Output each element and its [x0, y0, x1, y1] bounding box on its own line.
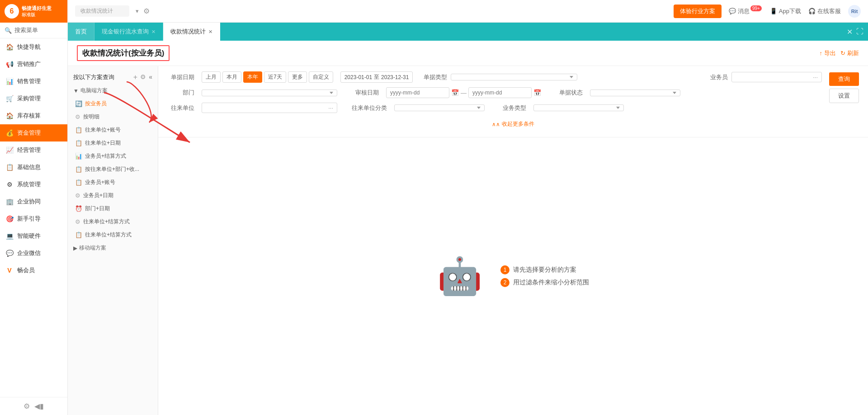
review-date-end[interactable]	[468, 87, 532, 98]
tab-receipts-close[interactable]: ✕	[208, 29, 212, 35]
scheme-item-unit-date[interactable]: 📋 往来单位+日期	[68, 137, 158, 150]
step-1-text: 请先选择要分析的方案	[513, 266, 576, 274]
tab-home[interactable]: 首页	[68, 23, 94, 41]
scheme-panel: 按以下方案查询 + ⚙ «	[68, 66, 158, 415]
salesperson-account-icon: 📋	[75, 179, 82, 186]
close-all-tabs-btn[interactable]: ✕	[847, 28, 853, 36]
tab-bank-close[interactable]: ✕	[151, 29, 156, 35]
collapse-filter-btn[interactable]: ∧∧ 收起更多条件	[167, 117, 859, 132]
scheme-settings-btn[interactable]: ⚙	[140, 73, 146, 81]
quick-nav-icon: 🏠	[5, 43, 14, 51]
review-date-start[interactable]	[386, 87, 449, 98]
scheme-item-label: 往来单位+结算方式	[85, 231, 132, 239]
date-btn-this-year[interactable]: 本年	[243, 71, 262, 83]
service-icon: 🎧	[808, 8, 816, 14]
date-btn-this-month[interactable]: 本月	[222, 71, 241, 83]
export-btn[interactable]: ↑ 导出	[820, 49, 836, 57]
messages-btn[interactable]: 💬 消息 99+	[729, 7, 763, 15]
step-2: 2 用过滤条件来缩小分析范围	[500, 278, 589, 287]
collapse-panel-btn[interactable]: «	[149, 73, 152, 81]
dept-label: 部门	[167, 89, 194, 97]
refresh-btn[interactable]: ↻ 刷新	[840, 49, 859, 57]
scheme-item-label: 业务员+日期	[83, 192, 113, 199]
sidebar-item-label: 智能硬件	[17, 232, 41, 240]
date-btn-custom[interactable]: 自定义	[309, 71, 333, 83]
date-label: 单据日期	[167, 73, 194, 81]
sidebar-item-guide[interactable]: 🎯 新手引导	[0, 210, 67, 227]
sidebar-item-wechat[interactable]: 💬 企业微信	[0, 245, 67, 262]
review-calendar-end[interactable]: 📅	[533, 89, 541, 96]
scheme-item-unit-settle1[interactable]: ⚙ 往来单位+结算方式	[68, 215, 158, 228]
collapse-sidebar-btn[interactable]: ◀▮	[34, 402, 44, 410]
scheme-item-salesperson-date[interactable]: ⚙ 业务员+日期	[68, 189, 158, 202]
scheme-item-dept-date[interactable]: ⏰ 部门+日期	[68, 202, 158, 215]
salesperson-dots[interactable]: ···	[813, 74, 818, 80]
topbar-settings-icon[interactable]: ⚙	[143, 7, 150, 15]
page-content: 收款情况统计(按业务员) ↑ 导出 ↻ 刷新 按以下方案查询 +	[68, 41, 868, 415]
counterparty-label: 往来单位	[167, 104, 194, 112]
export-icon: ↑	[820, 50, 823, 57]
review-date-label: 审核日期	[352, 89, 379, 97]
doc-type-select[interactable]	[451, 74, 577, 80]
sidebar-item-sales[interactable]: 📊 销售管理	[0, 73, 67, 90]
action-buttons: 查询 设置	[829, 71, 859, 103]
date-btn-7days[interactable]: 近7天	[264, 71, 286, 83]
tab-bank[interactable]: 现金银行流水查询 ✕	[94, 23, 163, 41]
sidebar-item-label: 企业微信	[17, 249, 41, 257]
app-download-btn[interactable]: 📱 App下载	[770, 7, 801, 15]
scheme-item-salesperson-settle[interactable]: 📊 业务员+结算方式	[68, 150, 158, 163]
biz-type-select[interactable]	[533, 104, 624, 111]
sidebar-item-enterprise[interactable]: 🏢 企业协同	[0, 193, 67, 210]
date-btn-more[interactable]: 更多	[288, 71, 307, 83]
sidebar-item-capital[interactable]: 💰 资金管理	[0, 124, 67, 141]
sidebar-item-inventory[interactable]: 🏠 库存核算	[0, 107, 67, 124]
user-avatar[interactable]: Rit	[848, 5, 861, 18]
desktop-scheme-group-title[interactable]: ▼ 电脑端方案	[68, 84, 158, 97]
scheme-item-salesperson[interactable]: 🔄 按业务员	[68, 97, 158, 110]
counterparty-category-select[interactable]	[394, 104, 485, 111]
member-icon: V	[5, 266, 14, 274]
maximize-btn[interactable]: ⛶	[856, 28, 863, 36]
trial-button[interactable]: 体验行业方案	[674, 5, 722, 18]
app-logo: 6 畅捷通好生意 标准版	[0, 0, 67, 23]
step-1: 1 请先选择要分析的方案	[500, 265, 589, 274]
tab-receipts[interactable]: 收款情况统计 ✕	[163, 23, 220, 41]
scheme-item-detail[interactable]: ⚙ 按明细	[68, 110, 158, 123]
breadcrumb-dropdown-icon[interactable]: ▾	[136, 8, 139, 14]
scheme-item-label: 业务员+账号	[85, 179, 115, 186]
query-button[interactable]: 查询	[829, 72, 859, 86]
step-1-number: 1	[500, 265, 509, 274]
scheme-item-salesperson-account[interactable]: 📋 业务员+账号	[68, 176, 158, 189]
scheme-item-unit-account[interactable]: 📋 往来单位+账号	[68, 123, 158, 137]
sidebar-search[interactable]: 🔍 搜索菜单	[0, 23, 67, 38]
sidebar-item-marketing[interactable]: 📢 营销推广	[0, 56, 67, 73]
review-calendar-start[interactable]: 📅	[451, 89, 459, 96]
date-range: 2023-01-01 至 2023-12-31	[340, 71, 413, 83]
mobile-scheme-group-title[interactable]: ▶ 移动端方案	[68, 241, 158, 255]
dept-select[interactable]	[202, 90, 337, 96]
scheme-item-unit-settle2[interactable]: 📋 往来单位+结算方式	[68, 228, 158, 241]
biz-type-label: 业务类型	[499, 104, 526, 112]
scheme-item-label: 按明细	[83, 113, 99, 121]
sidebar-item-member[interactable]: V 畅会员	[0, 262, 67, 279]
add-scheme-btn[interactable]: +	[133, 73, 137, 81]
doc-status-select[interactable]	[590, 90, 680, 96]
sidebar-item-hardware[interactable]: 💻 智能硬件	[0, 227, 67, 245]
sidebar-item-purchase[interactable]: 🛒 采购管理	[0, 90, 67, 107]
counterparty-dots[interactable]: ···	[328, 104, 333, 111]
filter-results-panel: 单据日期 上月 本月 本年 近7天 更多 自定义	[158, 66, 868, 415]
date-btn-last-month[interactable]: 上月	[202, 71, 221, 83]
sidebar-item-basic[interactable]: 📋 基础信息	[0, 159, 67, 176]
settings-button[interactable]: 设置	[829, 89, 859, 103]
scheme-item-unit-dept[interactable]: 📋 按往来单位+部门+收...	[68, 163, 158, 176]
sidebar-item-quick-nav[interactable]: 🏠 快捷导航	[0, 38, 67, 56]
export-label: 导出	[824, 49, 836, 57]
sidebar-item-operation[interactable]: 📈 经营管理	[0, 141, 67, 159]
settings-footer-btn[interactable]: ⚙	[24, 402, 30, 410]
sidebar-item-system[interactable]: ⚙ 系统管理	[0, 176, 67, 193]
online-service-btn[interactable]: 🎧 在线客服	[808, 7, 841, 15]
filter-row-date: 单据日期 上月 本月 本年 近7天 更多 自定义	[167, 71, 822, 83]
salesperson-label: 业务员	[701, 73, 728, 81]
page-title: 收款情况统计(按业务员)	[77, 45, 170, 61]
topbar-left: 收款情况统计 ▾ ⚙	[75, 5, 150, 17]
